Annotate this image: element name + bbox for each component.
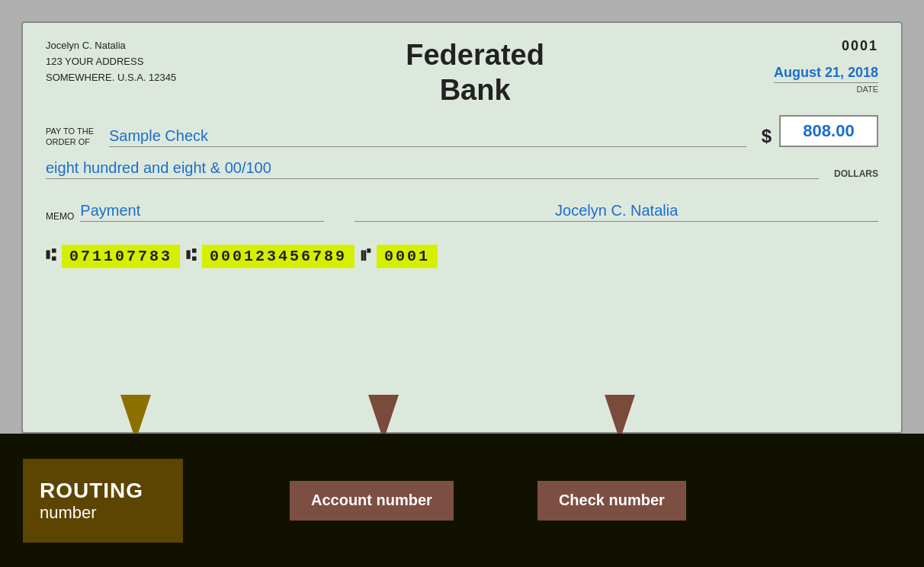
- written-amount-row: eight hundred and eight & 00/100 DOLLARS: [46, 159, 878, 179]
- check-legend-label: Check number: [559, 492, 665, 509]
- payer-address2: SOMEWHERE. U.S.A. 12345: [46, 70, 176, 86]
- pay-to-label: PAY TO THE ORDER OF: [46, 126, 103, 148]
- payer-name: Jocelyn C. Natalia: [46, 38, 176, 54]
- micr-account-number: 000123456789: [202, 245, 355, 268]
- memo-label: MEMO: [46, 211, 74, 222]
- check-container: Jocelyn C. Natalia 123 YOUR ADDRESS SOME…: [21, 21, 903, 434]
- check-header: Jocelyn C. Natalia 123 YOUR ADDRESS SOME…: [46, 38, 878, 107]
- micr-symbol-check: ⑈: [361, 247, 371, 266]
- routing-legend-small: number: [40, 503, 166, 523]
- amount-box: 808.00: [779, 115, 878, 147]
- legend-area: ROUTING number Account number Check numb…: [0, 434, 924, 567]
- signature-line: Jocelyn C. Natalia: [355, 202, 878, 222]
- micr-check-number: 0001: [377, 245, 438, 268]
- date-label: DATE: [774, 85, 878, 94]
- account-legend-box: Account number: [290, 481, 454, 521]
- payee-line: Sample Check: [109, 127, 746, 147]
- check-legend-box: Check number: [537, 481, 686, 521]
- date-section: August 21, 2018 DATE: [774, 65, 878, 94]
- dollars-label: DOLLARS: [834, 168, 878, 179]
- memo-value: Payment: [80, 202, 324, 222]
- account-legend-label: Account number: [311, 492, 432, 509]
- check-number-top: 0001: [774, 38, 878, 54]
- written-amount: eight hundred and eight & 00/100: [46, 159, 819, 179]
- payer-address1: 123 YOUR ADDRESS: [46, 54, 176, 70]
- date-value: August 21, 2018: [774, 65, 878, 83]
- bank-name: Federated Bank: [191, 38, 759, 107]
- routing-legend-box: ROUTING number: [23, 459, 183, 543]
- memo-sig-row: MEMO Payment Jocelyn C. Natalia: [46, 202, 878, 222]
- routing-legend-big: ROUTING: [40, 479, 166, 503]
- page-wrapper: Jocelyn C. Natalia 123 YOUR ADDRESS SOME…: [0, 0, 924, 567]
- dollar-sign: $: [762, 126, 772, 147]
- payer-info: Jocelyn C. Natalia 123 YOUR ADDRESS SOME…: [46, 38, 176, 85]
- micr-row: ⑆ 071107783 ⑆ 000123456789 ⑈ 0001: [46, 245, 878, 268]
- micr-routing-number: 071107783: [62, 245, 180, 268]
- pay-to-row: PAY TO THE ORDER OF Sample Check $ 808.0…: [46, 115, 878, 147]
- micr-symbol-left2: ⑆: [186, 247, 196, 266]
- micr-symbol-left1: ⑆: [46, 247, 56, 266]
